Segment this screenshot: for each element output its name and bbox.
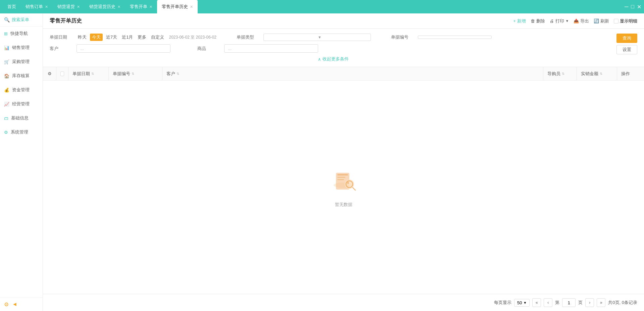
collapse-sidebar-icon[interactable]: ◄ <box>12 301 17 308</box>
next-page-button[interactable]: › <box>585 298 594 307</box>
svg-line-7 <box>353 188 355 190</box>
tab-home[interactable]: 首页 <box>3 0 21 13</box>
collapse-button[interactable]: ∧ 收起更多条件 <box>50 56 616 62</box>
column-number[interactable]: 单据编号 ⇅ <box>109 67 162 81</box>
refresh-button[interactable]: 🔄 刷新 <box>594 18 609 24</box>
date-opt-7days[interactable]: 近7天 <box>105 34 118 41</box>
tab-sales-return-history[interactable]: 销货退货历史 ✕ <box>85 0 125 13</box>
date-opt-1month[interactable]: 近1月 <box>120 34 134 41</box>
window-maximize-icon[interactable]: □ <box>631 4 634 10</box>
customer-placeholder: ... <box>80 46 167 51</box>
delete-icon: 🗑 <box>531 18 535 23</box>
sidebar-item-finance[interactable]: 💰 资金管理 <box>0 83 43 97</box>
sidebar-item-inventory[interactable]: 🏠 库存核算 <box>0 69 43 83</box>
total-info: 共0页, 0条记录 <box>608 300 637 306</box>
sidebar-item-system[interactable]: ⚙ 系统管理 <box>0 125 43 139</box>
add-button[interactable]: + 新增 <box>513 18 526 24</box>
close-tab-retail-open[interactable]: ✕ <box>149 5 152 9</box>
tab-sales-return[interactable]: 销货退货 ✕ <box>53 0 85 13</box>
customer-input[interactable]: ... <box>77 44 170 53</box>
date-opt-today[interactable]: 今天 <box>90 34 103 41</box>
search-icon: 🔍 <box>4 17 10 22</box>
svg-point-8 <box>347 182 349 184</box>
sort-customer-icon: ⇅ <box>177 72 179 75</box>
empty-state: 暂无数据 <box>43 81 644 294</box>
close-tab-retail-open-history[interactable]: ✕ <box>190 5 193 9</box>
inventory-icon: 🏠 <box>4 73 9 79</box>
display-toggle[interactable]: 显示明细 <box>614 18 637 24</box>
type-label: 单据类型 <box>237 34 257 40</box>
svg-rect-4 <box>337 179 344 180</box>
column-customer[interactable]: 客户 ⇅ <box>162 67 543 81</box>
goods-input[interactable]: ... <box>224 44 318 53</box>
column-ops: 操作 <box>617 67 644 81</box>
sidebar-item-sales-mgmt[interactable]: 📊 销售管理 <box>0 41 43 55</box>
table-area: ⚙ 单据日期 ⇅ 单据编号 ⇅ 客户 ⇅ 导购员 ⇅ <box>43 67 644 294</box>
sidebar-item-base-info[interactable]: 🗃 基础信息 <box>0 111 43 125</box>
page-number-input[interactable] <box>562 298 576 307</box>
export-button[interactable]: 📤 导出 <box>574 18 589 24</box>
quick-nav-icon: ⊞ <box>4 31 8 36</box>
sort-number-icon: ⇅ <box>132 72 134 75</box>
column-amount[interactable]: 实销金额 ⇅ <box>577 67 617 81</box>
prev-page-button[interactable]: ‹ <box>544 298 552 307</box>
tab-retail-open[interactable]: 零售开单 ✕ <box>125 0 157 13</box>
settings-bottom-icon[interactable]: ⚙ <box>4 301 9 308</box>
sidebar-item-business[interactable]: 📈 经营管理 <box>0 97 43 111</box>
sidebar-item-purchase-mgmt[interactable]: 🛒 采购管理 <box>0 55 43 69</box>
top-bar: 首页 销售订单 ✕ 销货退货 ✕ 销货退货历史 ✕ 零售开单 ✕ 零售开单历史 … <box>0 0 644 13</box>
customer-label: 客户 <box>50 46 70 52</box>
number-label: 单据编号 <box>391 34 411 40</box>
filter-actions: 查询 设置 <box>616 34 637 54</box>
last-page-button[interactable]: » <box>597 298 605 307</box>
per-page-select[interactable]: 50 ▼ <box>514 299 530 307</box>
tab-retail-open-history[interactable]: 零售开单历史 ✕ <box>157 0 198 13</box>
column-date[interactable]: 单据日期 ⇅ <box>68 67 109 81</box>
filter-area: 单据日期 昨天 今天 近7天 近1月 更多 自定义 2023-06-02 至 2… <box>43 29 644 67</box>
filter-row-1: 单据日期 昨天 今天 近7天 近1月 更多 自定义 2023-06-02 至 2… <box>50 34 616 41</box>
goods-placeholder: ... <box>228 46 314 51</box>
sales-mgmt-icon: 📊 <box>4 45 9 50</box>
print-icon: 🖨 <box>550 18 554 23</box>
print-button[interactable]: 🖨 打印 ▼ <box>550 18 569 24</box>
sidebar-bottom: ⚙ ◄ <box>0 298 43 311</box>
date-opt-yesterday[interactable]: 昨天 <box>77 34 88 41</box>
close-tab-sales-order[interactable]: ✕ <box>45 5 48 9</box>
date-opt-custom[interactable]: 自定义 <box>150 34 165 41</box>
query-button[interactable]: 查询 <box>616 34 637 43</box>
number-input[interactable] <box>418 36 492 39</box>
page-header: 零售开单历史 + 新增 🗑 删除 🖨 打印 ▼ 📤 导出 <box>43 13 644 29</box>
sort-guide-icon: ⇅ <box>562 72 564 75</box>
export-icon: 📤 <box>574 18 579 23</box>
close-tab-sales-return-history[interactable]: ✕ <box>117 5 120 9</box>
main-layout: 🔍 搜索采单 ⊞ 快捷导航 📊 销售管理 🛒 采购管理 🏠 库存核算 💰 资金管… <box>0 13 644 311</box>
collapse-icon: ∧ <box>318 57 321 62</box>
column-settings-icon[interactable]: ⚙ <box>43 67 56 81</box>
first-page-button[interactable]: « <box>532 298 541 307</box>
window-minimize-icon[interactable]: ─ <box>625 4 628 10</box>
date-range-display: 2023-06-02 至 2023-06-02 <box>169 35 216 40</box>
sort-date-icon: ⇅ <box>91 72 94 75</box>
per-page-label: 每页显示 <box>494 300 511 306</box>
column-guide[interactable]: 导购员 ⇅ <box>543 67 577 81</box>
sidebar-item-quick-nav[interactable]: ⊞ 快捷导航 <box>0 27 43 41</box>
empty-text: 暂无数据 <box>335 202 352 208</box>
type-select[interactable]: ▼ <box>263 34 371 41</box>
date-opt-more[interactable]: 更多 <box>136 34 148 41</box>
window-close-icon[interactable]: ✕ <box>637 4 641 10</box>
date-options: 昨天 今天 近7天 近1月 更多 自定义 2023-06-02 至 2023-0… <box>77 34 216 41</box>
pagination: 每页显示 50 ▼ « ‹ 第 页 › » 共0页, 0条记录 <box>43 294 644 311</box>
business-icon: 📈 <box>4 102 9 107</box>
empty-icon <box>329 167 359 197</box>
column-checkbox[interactable] <box>56 67 68 81</box>
sidebar-search[interactable]: 🔍 搜索采单 <box>0 13 43 27</box>
sidebar: 🔍 搜索采单 ⊞ 快捷导航 📊 销售管理 🛒 采购管理 🏠 库存核算 💰 资金管… <box>0 13 43 311</box>
delete-button[interactable]: 🗑 删除 <box>531 18 545 24</box>
tab-sales-order[interactable]: 销售订单 ✕ <box>21 0 53 13</box>
goods-label: 商品 <box>197 46 217 52</box>
display-checkbox[interactable] <box>614 19 618 23</box>
settings-button[interactable]: 设置 <box>616 45 637 54</box>
close-tab-sales-return[interactable]: ✕ <box>77 5 80 9</box>
add-icon: + <box>513 18 516 23</box>
filter-row-2: 客户 ... 商品 ... <box>50 44 616 53</box>
